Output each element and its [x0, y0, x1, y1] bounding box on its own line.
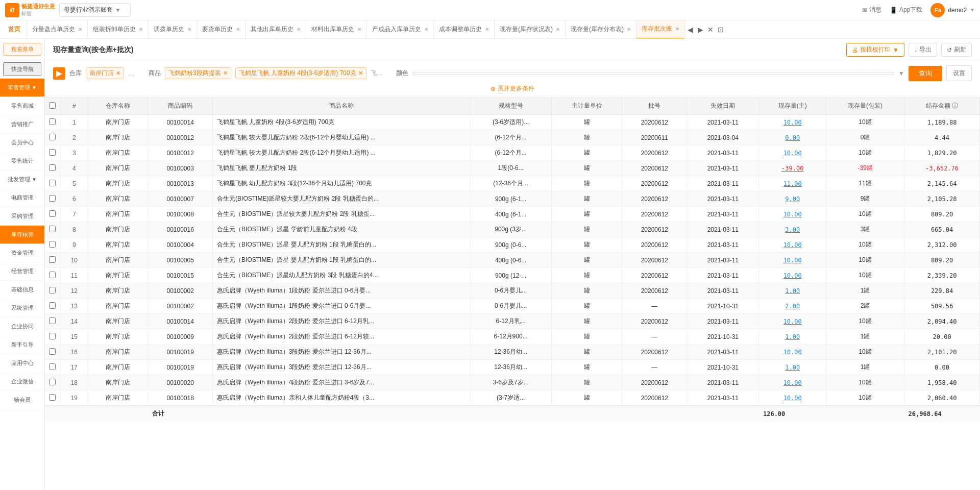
- close-icon[interactable]: ✕: [357, 27, 361, 32]
- row-qty[interactable]: 10.00: [759, 253, 826, 268]
- row-checkbox[interactable]: [45, 314, 60, 329]
- close-icon[interactable]: ✕: [627, 27, 631, 32]
- sidebar-item-enterprise[interactable]: 企业协同: [0, 317, 44, 336]
- goods-tag-1-close[interactable]: ✕: [223, 70, 228, 77]
- app-download-button[interactable]: 📱 App下载: [890, 6, 922, 14]
- workspace-selector[interactable]: 母婴行业演示账套 ▼: [59, 3, 131, 17]
- row-qty[interactable]: 3.00: [759, 222, 826, 237]
- row-qty[interactable]: 10.00: [759, 345, 826, 360]
- row-checkbox[interactable]: [45, 345, 60, 360]
- close-icon[interactable]: ✕: [78, 27, 82, 32]
- row-checkbox[interactable]: [45, 130, 60, 145]
- sidebar-item-system[interactable]: 系统管理: [0, 299, 44, 317]
- row-checkbox[interactable]: [45, 329, 60, 345]
- sidebar-item-retail-shop[interactable]: 零售商城: [0, 97, 44, 115]
- tab-nav-prev[interactable]: ◀: [685, 20, 695, 39]
- row-qty[interactable]: 10.00: [759, 314, 826, 329]
- user-area[interactable]: Ea demo2 ▼: [930, 3, 975, 17]
- warehouse-more[interactable]: …: [128, 70, 134, 77]
- row-qty[interactable]: 10.00: [759, 375, 826, 390]
- row-checkbox[interactable]: [45, 253, 60, 268]
- close-icon[interactable]: ✕: [556, 27, 560, 32]
- tab-kucun-dist[interactable]: 现存量(库存分布表) ✕: [566, 20, 636, 39]
- row-checkbox[interactable]: [45, 222, 60, 237]
- row-checkbox[interactable]: [45, 176, 60, 191]
- sidebar-item-inventory[interactable]: 库存核算: [0, 226, 44, 244]
- sidebar-item-management[interactable]: 经营管理: [0, 262, 44, 281]
- row-checkbox[interactable]: [45, 191, 60, 207]
- row-checkbox[interactable]: [45, 237, 60, 253]
- tab-diaobao[interactable]: 调拨单历史 ✕: [149, 20, 197, 39]
- tab-chancheng[interactable]: 产成品入库单历史 ✕: [367, 20, 434, 39]
- tab-chengben[interactable]: 成本调整单历史 ✕: [434, 20, 495, 39]
- row-qty[interactable]: 1.00: [759, 283, 826, 299]
- tab-fenliang[interactable]: 分量盘点单历史 ✕: [27, 20, 88, 39]
- close-icon[interactable]: ✕: [297, 27, 301, 32]
- sidebar-item-marketing[interactable]: 营销推广: [0, 115, 44, 134]
- sidebar-item-retail-stats[interactable]: 零售统计: [0, 152, 44, 170]
- row-qty[interactable]: 1.00: [759, 360, 826, 375]
- expand-more-conditions[interactable]: ⊕ 展开更多条件: [53, 84, 972, 93]
- row-qty[interactable]: 10.00: [759, 237, 826, 253]
- close-icon[interactable]: ✕: [139, 27, 143, 32]
- row-qty[interactable]: 11.00: [759, 176, 826, 191]
- goods-more[interactable]: 飞...: [371, 69, 382, 78]
- color-input[interactable]: [412, 72, 894, 75]
- print-template-button[interactable]: 🖨 按模板打印 ▼: [846, 43, 904, 57]
- row-checkbox[interactable]: [45, 360, 60, 375]
- sidebar-item-purchase[interactable]: 采购管理: [0, 207, 44, 226]
- close-icon[interactable]: ✕: [424, 27, 428, 32]
- close-icon[interactable]: ✕: [675, 26, 679, 32]
- sidebar-item-basic[interactable]: 基础信息: [0, 281, 44, 299]
- goods-tag-2-close[interactable]: ✕: [358, 70, 363, 77]
- color-dropdown-icon[interactable]: ▼: [898, 70, 904, 77]
- row-qty[interactable]: 9.00: [759, 191, 826, 207]
- tab-home[interactable]: 首页: [2, 20, 27, 39]
- row-qty[interactable]: 10.00: [759, 145, 826, 161]
- sidebar-item-appstore[interactable]: 应用中心: [0, 354, 44, 373]
- expand-filter-button[interactable]: ▶: [53, 67, 65, 80]
- row-qty[interactable]: 1.00: [759, 329, 826, 345]
- sidebar-item-retail[interactable]: 零售管理 ▼: [0, 79, 44, 97]
- tab-yaohuo[interactable]: 要货单历史 ✕: [197, 20, 246, 39]
- select-all-checkbox[interactable]: [49, 102, 56, 109]
- sidebar-item-wholesale[interactable]: 批发管理 ▼: [0, 170, 44, 189]
- sidebar-item-ecommerce[interactable]: 电商管理: [0, 189, 44, 207]
- query-button[interactable]: 查询: [909, 66, 942, 81]
- row-checkbox[interactable]: [45, 161, 60, 176]
- row-checkbox[interactable]: [45, 390, 60, 406]
- row-qty[interactable]: 2.00: [759, 299, 826, 314]
- row-checkbox[interactable]: [45, 145, 60, 161]
- sidebar-item-finance[interactable]: 资金管理: [0, 244, 44, 262]
- tab-maximize[interactable]: ⊡: [716, 20, 726, 39]
- row-qty[interactable]: -39.00: [759, 161, 826, 176]
- close-icon[interactable]: ✕: [236, 27, 240, 32]
- sidebar-item-wechat[interactable]: 企业微信: [0, 373, 44, 391]
- row-qty[interactable]: 10.00: [759, 115, 826, 130]
- close-icon[interactable]: ✕: [485, 27, 489, 32]
- row-checkbox[interactable]: [45, 299, 60, 314]
- export-button[interactable]: ↓ 导出: [909, 43, 937, 57]
- row-checkbox[interactable]: [45, 268, 60, 283]
- tab-close-all[interactable]: ✕: [705, 20, 716, 39]
- row-checkbox[interactable]: [45, 375, 60, 390]
- row-qty[interactable]: 10.00: [759, 390, 826, 406]
- sidebar-item-member2[interactable]: 畅会员: [0, 391, 44, 409]
- sidebar-item-guide[interactable]: 新手引导: [0, 336, 44, 354]
- row-qty[interactable]: 10.00: [759, 207, 826, 222]
- search-menu-button[interactable]: 搜索菜单: [3, 43, 41, 56]
- row-checkbox[interactable]: [45, 207, 60, 222]
- message-button[interactable]: ✉ 消息: [862, 6, 881, 14]
- quick-nav-button[interactable]: 快捷导航: [3, 62, 41, 76]
- close-icon[interactable]: ✕: [187, 27, 191, 32]
- row-qty[interactable]: 0.00: [759, 130, 826, 145]
- sidebar-item-member[interactable]: 会员中心: [0, 134, 44, 152]
- tab-kucun-state[interactable]: 现存量(库存状况表) ✕: [495, 20, 566, 39]
- tab-cailiao[interactable]: 材料出库单历史 ✕: [306, 20, 367, 39]
- warehouse-tag-close[interactable]: ✕: [116, 70, 120, 77]
- tab-nav-next[interactable]: ▶: [695, 20, 705, 39]
- row-qty[interactable]: 10.00: [759, 268, 826, 283]
- row-checkbox[interactable]: [45, 283, 60, 299]
- tab-qita[interactable]: 其他出库单历史 ✕: [246, 20, 306, 39]
- tab-kucun-batch[interactable]: 库存批次账 ✕: [636, 20, 685, 39]
